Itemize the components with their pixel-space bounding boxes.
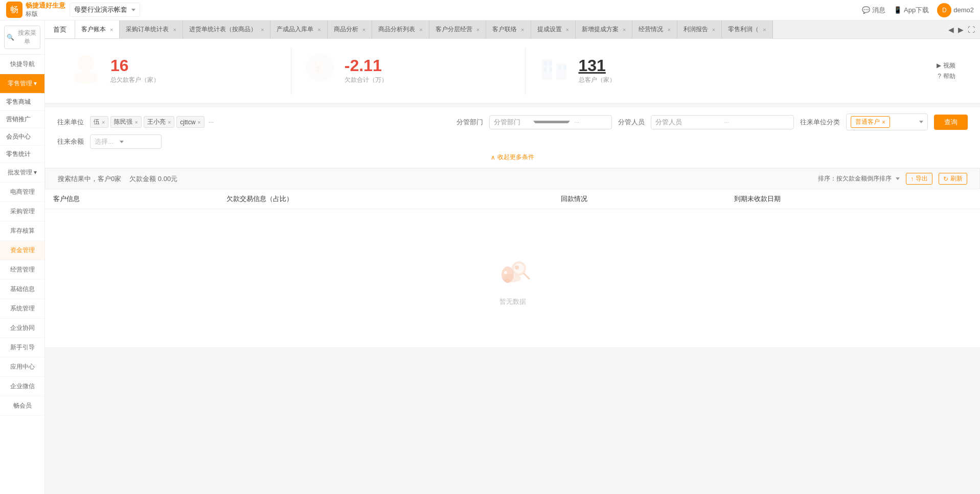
tab-product-analysis[interactable]: 商品分析 × — [328, 20, 372, 39]
sidebar-item-wechat[interactable]: 企业微信 — [0, 377, 44, 396]
manager-selector[interactable]: 分管人员 ··· — [651, 115, 794, 129]
tab-expand-button[interactable]: ⛶ — [967, 25, 976, 35]
stat-debt-label: 欠款合计（万） — [345, 76, 388, 84]
tab-home[interactable]: 首页 — [45, 20, 75, 39]
sidebar-item-member[interactable]: 会员中心 — [0, 128, 44, 146]
stat-total-customers: 16 总欠款客户（家） — [57, 47, 291, 95]
sidebar-item-retail-stats[interactable]: 零售统计 — [0, 146, 44, 163]
stat-all-customers-number: 131 — [579, 57, 616, 74]
tab-close-icon[interactable]: × — [623, 27, 626, 33]
svg-point-18 — [505, 279, 511, 283]
logo-area: 畅 畅捷通好生意 标版 — [6, 2, 65, 18]
video-button[interactable]: ▶ 视频 — [937, 61, 955, 70]
tab-operations[interactable]: 经营情况 × — [632, 20, 677, 39]
sidebar-item-retail-shop[interactable]: 零售商城 — [0, 94, 44, 111]
search-menu-button[interactable]: 🔍 搜索菜单 — [4, 26, 40, 49]
tag-close-cjttcw[interactable]: × — [197, 119, 200, 125]
sidebar-item-finance[interactable]: 资金管理 — [0, 241, 44, 260]
user-menu[interactable]: D demo2 — [937, 3, 974, 17]
sidebar-item-member2[interactable]: 畅会员 — [0, 396, 44, 416]
th-repayment: 回款情况 — [553, 189, 726, 209]
tag-close-chen[interactable]: × — [134, 119, 138, 125]
message-button[interactable]: 💬 消息 — [862, 6, 885, 15]
tag-close-wang[interactable]: × — [168, 119, 171, 125]
chevron-down-icon — [919, 121, 923, 123]
tab-scroll-right-button[interactable]: ▶ — [957, 25, 965, 35]
sidebar-item-enterprise[interactable]: 企业协同 — [0, 319, 44, 338]
tab-close-icon[interactable]: × — [521, 27, 524, 33]
message-icon: 💬 — [862, 6, 870, 14]
tab-inbound-stats[interactable]: 进货单统计表（按商品） × — [183, 20, 270, 39]
tab-close-icon[interactable]: × — [261, 27, 264, 33]
tab-scroll-left-button[interactable]: ◀ — [947, 25, 955, 35]
svg-line-15 — [524, 274, 529, 279]
unit-class-selector[interactable]: 普通客户 × — [846, 114, 928, 130]
filter-more-tags[interactable]: ... — [207, 116, 216, 128]
sidebar-item-quick-nav[interactable]: 快捷导航 — [0, 55, 44, 74]
sidebar-item-system[interactable]: 系统管理 — [0, 299, 44, 319]
tab-close-icon[interactable]: × — [566, 27, 569, 33]
tab-close-icon[interactable]: × — [667, 27, 670, 33]
logo-icon: 畅 — [6, 2, 22, 18]
tab-commission-settings[interactable]: 提成设置 × — [531, 20, 576, 39]
refresh-button[interactable]: ↻ 刷新 — [939, 173, 967, 185]
store-selector[interactable]: 母婴行业演示帐套 — [70, 3, 140, 17]
collapse-button[interactable]: ∧ 收起更多条件 — [57, 153, 968, 162]
sidebar-item-app-center[interactable]: 应用中心 — [0, 357, 44, 377]
sidebar-item-wholesale[interactable]: 批发管理 ▾ — [0, 163, 44, 183]
tab-purchase-stats[interactable]: 采购订单统计表 × — [120, 20, 183, 39]
empty-illustration — [492, 250, 533, 291]
tag-close-wu[interactable]: × — [102, 119, 105, 125]
tab-profit-report[interactable]: 利润报告 × — [677, 20, 722, 39]
data-table: 客户信息 欠款交易信息（占比） 回款情况 到期未收款日期 — [45, 189, 980, 347]
svg-rect-8 — [544, 68, 547, 72]
tab-close-icon[interactable]: × — [476, 27, 480, 33]
filter-tag-wang: 王小亮 × — [144, 116, 174, 128]
app-download-button[interactable]: 📱 App下载 — [894, 6, 929, 15]
filter-section: 往来单位 伍 × 陈民强 × 王小亮 × — [45, 107, 980, 168]
sidebar-search-area: 🔍 搜索菜单 — [0, 20, 44, 55]
logo-text: 畅捷通好生意 标版 — [26, 2, 65, 18]
remainder-selector[interactable]: 选择... — [90, 134, 162, 149]
tab-close-icon[interactable]: × — [712, 27, 715, 33]
unit-class-label: 往来单位分类 — [800, 118, 840, 127]
tab-close-icon[interactable]: × — [419, 27, 422, 33]
dept-selector[interactable]: 分管部门 ··· — [489, 115, 612, 129]
tab-customer-account[interactable]: 客户账本 × — [75, 20, 120, 39]
tab-close-icon[interactable]: × — [362, 27, 366, 33]
svg-point-19 — [515, 265, 519, 270]
sidebar-item-guide[interactable]: 新手引导 — [0, 338, 44, 357]
debt-icon: ¥ — [304, 51, 336, 91]
sidebar-item-purchase[interactable]: 采购管理 — [0, 202, 44, 221]
tag-close-common[interactable]: × — [882, 119, 885, 126]
export-button[interactable]: ↑ 导出 — [906, 173, 932, 185]
help-button[interactable]: ? 帮助 — [938, 72, 955, 81]
svg-point-17 — [504, 271, 507, 274]
tab-close-icon[interactable]: × — [317, 27, 321, 33]
sidebar-item-inventory[interactable]: 库存核算 — [0, 221, 44, 241]
svg-rect-7 — [549, 61, 552, 65]
tab-product-analysis-list[interactable]: 商品分析列表 × — [372, 20, 429, 39]
tab-customer-contact[interactable]: 客户联络 × — [486, 20, 531, 39]
sidebar-item-ecommerce[interactable]: 电商管理 — [0, 183, 44, 202]
th-customer-info: 客户信息 — [45, 189, 218, 209]
top-bar-left: 畅 畅捷通好生意 标版 母婴行业演示帐套 — [6, 2, 140, 18]
sort-selector[interactable]: 排序：按欠款金额倒序排序 — [818, 174, 900, 183]
tab-product-inbound[interactable]: 产成品入库单 × — [270, 20, 327, 39]
tab-new-commission[interactable]: 新增提成方案 × — [576, 20, 632, 39]
stat-actions: ▶ 视频 ? 帮助 — [937, 61, 955, 81]
sidebar-item-marketing[interactable]: 营销推广 — [0, 111, 44, 128]
tab-retail-profit[interactable]: 零售利润（ × — [722, 20, 772, 39]
manager-label: 分管人员 — [618, 118, 645, 127]
sidebar-item-retail[interactable]: 零售管理 ▾ — [0, 74, 44, 94]
data-table-container: 客户信息 欠款交易信息（占比） 回款情况 到期未收款日期 — [45, 189, 980, 347]
chevron-down-icon — [896, 177, 900, 180]
tab-close-icon[interactable]: × — [173, 27, 176, 33]
tab-customer-layer[interactable]: 客户分层经营 × — [429, 20, 486, 39]
table-body: 暂无数据 — [45, 209, 980, 348]
query-button[interactable]: 查询 — [934, 115, 968, 130]
tab-close-icon[interactable]: × — [110, 27, 113, 33]
tab-close-icon[interactable]: × — [763, 27, 766, 33]
sidebar-item-operations[interactable]: 经营管理 — [0, 260, 44, 280]
sidebar-item-basic-info[interactable]: 基础信息 — [0, 280, 44, 299]
